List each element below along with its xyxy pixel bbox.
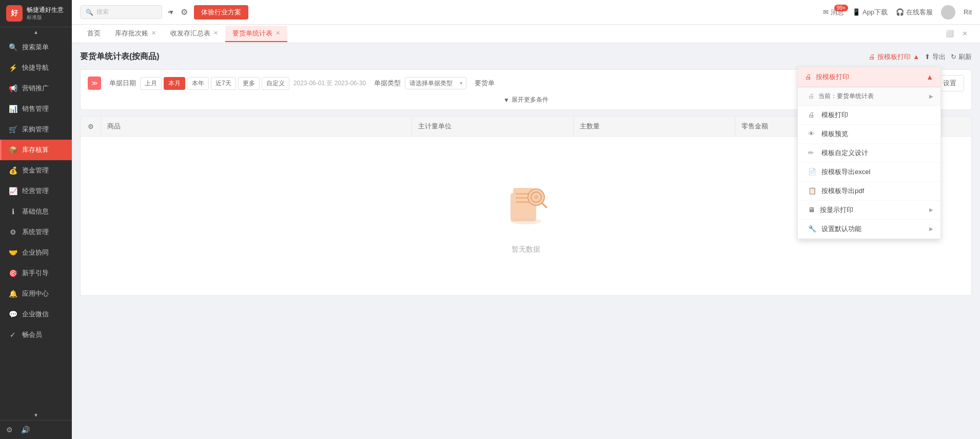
dropdown-item-default-func[interactable]: 🔧 设置默认功能 ▶ [798, 220, 940, 239]
search-icon: 🔍 [8, 42, 18, 52]
sidebar-bottom: ⚙ 🔊 [0, 420, 72, 439]
box-icon: 📦 [8, 145, 18, 155]
dropdown-item-display-print[interactable]: 🖥 按显示打印 ▶ [798, 201, 940, 220]
trial-industry-button[interactable]: 体验行业方案 [194, 5, 248, 20]
type-select-wrapper[interactable]: 请选择单据类型 [405, 77, 466, 89]
svg-rect-5 [516, 201, 530, 203]
sidebar-item-quick-nav[interactable]: ⚡ 快捷导航 [0, 58, 72, 78]
sidebar-item-operations[interactable]: 📈 经营管理 [0, 181, 72, 201]
refresh-button[interactable]: ↻ 刷新 [951, 52, 972, 62]
sidebar: 好 畅捷通好生意 标准版 ▲ 🔍 搜索菜单 ⚡ 快捷导航 📢 营销推广 📊 销售… [0, 0, 72, 439]
sidebar-item-app-center[interactable]: 🔔 应用中心 [0, 283, 72, 304]
topbar-search[interactable]: 🔍 搜索 [80, 5, 162, 19]
header-actions: 🖨 按模板打印 ▲ ⬆ 导出 ↻ 刷新 🖨 [869, 52, 972, 62]
tab-home[interactable]: 首页 [80, 26, 108, 42]
sidebar-item-inventory[interactable]: 📦 库存核算 [0, 140, 72, 160]
date-btn-custom[interactable]: 自定义 [262, 77, 289, 90]
sidebar-item-guide[interactable]: 🎯 新手引导 [0, 263, 72, 283]
sidebar-item-marketing[interactable]: 📢 营销推广 [0, 78, 72, 99]
sidebar-settings-button[interactable]: ⚙ [6, 426, 13, 434]
chart-icon: 📊 [8, 104, 18, 114]
dropdown-close-button[interactable]: ▲ [926, 73, 933, 81]
export-button[interactable]: ⬆ 导出 [925, 52, 946, 62]
logo-text: 畅捷通好生意 标准版 [27, 6, 64, 22]
messages-button[interactable]: ✉ 消息 99+ [823, 8, 844, 17]
date-range-display: 2023-06-01 至 2023-06-30 [293, 79, 366, 88]
current-template-icon: 🖨 [808, 92, 814, 100]
logo-icon: 好 [6, 5, 23, 22]
sidebar-scroll-up[interactable]: ▲ [0, 27, 72, 37]
filter-expand-icon[interactable]: ≫ [88, 77, 101, 90]
date-btn-this-month[interactable]: 本月 [164, 77, 185, 90]
refresh-icon: ↻ [951, 53, 956, 61]
date-btn-7-days[interactable]: 近7天 [211, 77, 236, 90]
tab-inventory-batch[interactable]: 库存批次账 ✕ [108, 26, 163, 42]
svg-rect-4 [516, 197, 528, 199]
chevron-right-icon-3: ▶ [929, 226, 933, 232]
sidebar-item-enterprise[interactable]: 🤝 企业协同 [0, 242, 72, 263]
type-select[interactable]: 请选择单据类型 [405, 77, 466, 89]
dropdown-item-export-pdf[interactable]: 📋 按模板导出pdf [798, 182, 940, 201]
page-header: 要货单统计表(按商品) 🖨 按模板打印 ▲ ⬆ 导出 ↻ 刷新 [80, 51, 972, 62]
date-buttons: 上月 本月 本年 近7天 更多 自定义 [140, 77, 289, 90]
main-area: 🔍 搜索 ▼ ⚙ 体验行业方案 ✉ 消息 99+ 📱 App下载 🎧 在线客服 … [72, 0, 980, 439]
topbar-settings-icon[interactable]: ⚙ [181, 7, 188, 17]
sidebar-scroll-down[interactable]: ▼ [0, 410, 72, 420]
tab-close-requisition-stats[interactable]: ✕ [276, 30, 280, 36]
tab-receipt-summary[interactable]: 收发存汇总表 ✕ [163, 26, 225, 42]
gear-icon: ⚙ [8, 227, 18, 237]
sidebar-item-finance[interactable]: 💰 资金管理 [0, 160, 72, 181]
sidebar-item-sales[interactable]: 📊 销售管理 [0, 99, 72, 119]
app-logo: 好 畅捷通好生意 标准版 [0, 0, 72, 27]
printer-icon: 🖨 [869, 53, 875, 61]
expand-icon: ▼ [503, 97, 509, 104]
th-product: 商品 [101, 117, 412, 136]
user-avatar[interactable] [941, 5, 955, 20]
vip-icon: ✓ [8, 330, 18, 340]
tab-window-close[interactable]: ✕ [958, 30, 972, 37]
sidebar-item-search[interactable]: 🔍 搜索菜单 [0, 37, 72, 58]
dropdown-item-template-preview[interactable]: 👁 模板预览 [798, 125, 940, 144]
bell-icon: 🔔 [8, 289, 18, 299]
date-btn-this-year[interactable]: 本年 [187, 77, 209, 90]
tab-close-inventory-batch[interactable]: ✕ [151, 30, 156, 36]
megaphone-icon: 📢 [8, 83, 18, 93]
date-btn-last-month[interactable]: 上月 [140, 77, 162, 90]
sidebar-nav: 🔍 搜索菜单 ⚡ 快捷导航 📢 营销推广 📊 销售管理 🛒 采购管理 📦 库存核… [0, 37, 72, 410]
dropdown-item-template-print[interactable]: 🖨 模板打印 [798, 106, 940, 125]
dropdown-item-export-excel[interactable]: 📄 按模板导出excel [798, 163, 940, 182]
th-qty: 主数量 [574, 117, 735, 136]
online-service-button[interactable]: 🎧 在线客服 [896, 8, 933, 17]
preview-icon: 👁 [808, 130, 816, 138]
dropdown-item-template-custom[interactable]: ✏ 模板自定义设计 [798, 144, 940, 163]
sidebar-item-purchase[interactable]: 🛒 采购管理 [0, 119, 72, 140]
empty-text: 暂无数据 [512, 245, 540, 254]
tab-close-receipt-summary[interactable]: ✕ [213, 30, 218, 36]
sidebar-item-enterprise-wechat[interactable]: 💬 企业微信 [0, 304, 72, 325]
chevron-right-icon: ▶ [929, 93, 933, 99]
sidebar-item-basic-info[interactable]: ℹ 基础信息 [0, 201, 72, 222]
sidebar-sound-button[interactable]: 🔊 [21, 426, 30, 434]
excel-icon: 📄 [808, 168, 816, 176]
tab-window-maximize[interactable]: ⬜ [942, 30, 958, 37]
sidebar-item-vip[interactable]: ✓ 畅会员 [0, 325, 72, 345]
topbar-dropdown[interactable]: ▼ [168, 8, 174, 16]
dropdown-current-item[interactable]: 🖨 当前：要货单统计表 ▶ [798, 87, 940, 106]
expand-more-button[interactable]: ▼ 展开更多条件 [503, 96, 548, 104]
message-icon: ✉ [823, 8, 829, 16]
date-filter-group: 单据日期 上月 本月 本年 近7天 更多 自定义 2023-06-01 至 20… [109, 77, 366, 90]
dropdown-header: 🖨 按模板打印 ▲ [798, 67, 940, 87]
tab-requisition-stats[interactable]: 要货单统计表 ✕ [225, 26, 287, 42]
template-print-dropdown: 🖨 按模板打印 ▲ 🖨 当前：要货单统计表 ▶ 🖨 [797, 67, 941, 239]
th-settings[interactable]: ⚙ [81, 117, 101, 136]
topbar-actions: ✉ 消息 99+ 📱 App下载 🎧 在线客服 Rit [823, 5, 972, 20]
date-btn-more[interactable]: 更多 [238, 77, 260, 90]
printer-icon-header: 🖨 [805, 73, 812, 81]
app-download-button[interactable]: 📱 App下载 [852, 8, 888, 17]
page-title: 要货单统计表(按商品) [80, 51, 160, 62]
headset-icon: 🎧 [896, 8, 904, 16]
topbar: 🔍 搜索 ▼ ⚙ 体验行业方案 ✉ 消息 99+ 📱 App下载 🎧 在线客服 … [72, 0, 980, 25]
sidebar-item-system[interactable]: ⚙ 系统管理 [0, 222, 72, 242]
money-icon: 💰 [8, 165, 18, 176]
template-print-button[interactable]: 🖨 按模板打印 ▲ [869, 52, 919, 62]
